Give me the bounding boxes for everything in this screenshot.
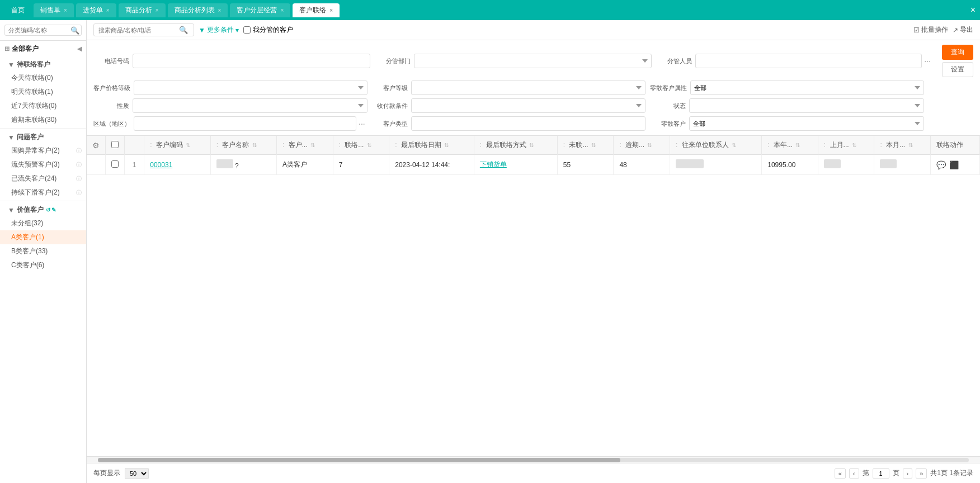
- th-last-contact-date[interactable]: : 最后联络日期 ⇅: [389, 136, 474, 155]
- all-customers-header[interactable]: ⊞ 全部客户 ◀: [0, 41, 86, 57]
- my-customers-checkbox[interactable]: [243, 26, 251, 34]
- customer-code-link[interactable]: 000031: [150, 161, 172, 169]
- th-customer-name[interactable]: : 客户名称 ⇅: [210, 136, 276, 155]
- th-not-contacted[interactable]: : 未联... ⇅: [557, 136, 614, 155]
- prev-page-button[interactable]: ‹: [849, 468, 859, 479]
- sidebar-item-b-class[interactable]: B类客户(33): [0, 244, 86, 258]
- settings-gear-icon[interactable]: ⚙: [92, 141, 100, 150]
- status-select[interactable]: [689, 98, 924, 113]
- first-page-button[interactable]: «: [835, 468, 846, 479]
- nature-wrapper[interactable]: [133, 98, 368, 113]
- close-icon[interactable]: ×: [280, 7, 284, 13]
- td-last-month: [818, 155, 874, 175]
- phone-input[interactable]: [133, 54, 370, 68]
- nav-tab-analysis-list[interactable]: 商品分析列表 ×: [168, 3, 228, 17]
- sidebar-group-pending[interactable]: ▼ 待联络客户: [0, 57, 86, 71]
- next-page-button[interactable]: ›: [903, 468, 913, 479]
- sidebar-item-declining[interactable]: 持续下滑客户(2) ⓘ: [0, 186, 86, 200]
- price-level-wrapper[interactable]: [134, 80, 368, 95]
- batch-op-button[interactable]: ☑ 批量操作: [913, 25, 948, 35]
- th-this-year[interactable]: : 本年... ⇅: [762, 136, 818, 155]
- sidebar-item-hoarding[interactable]: 囤购异常客户(2) ⓘ: [0, 144, 86, 158]
- sidebar-group-problem[interactable]: ▼ 问题客户: [0, 130, 86, 144]
- th-last-month[interactable]: : 上月... ⇅: [818, 136, 874, 155]
- close-icon[interactable]: ×: [329, 7, 333, 13]
- close-icon[interactable]: ×: [106, 7, 110, 13]
- nav-home[interactable]: 首页: [4, 3, 31, 17]
- nav-tab-customer-segment[interactable]: 客户分层经营 ×: [230, 3, 290, 17]
- dept-select[interactable]: [414, 54, 652, 68]
- filter-search-input[interactable]: [98, 27, 177, 34]
- th-checkbox[interactable]: [106, 136, 125, 155]
- row-checkbox[interactable]: [111, 160, 119, 168]
- my-customers-checkbox-area[interactable]: 我分管的客户: [243, 25, 293, 35]
- sidebar-item-churn-warning[interactable]: 流失预警客户(3) ⓘ: [0, 158, 86, 172]
- select-all-checkbox[interactable]: [111, 141, 119, 148]
- nature-select[interactable]: [133, 98, 368, 113]
- export-button[interactable]: ↗ 导出: [953, 25, 973, 35]
- setting-button[interactable]: 设置: [942, 62, 973, 77]
- nav-tab-customer-contact[interactable]: 客户联络 ×: [293, 3, 340, 17]
- scrollbar-thumb[interactable]: [98, 458, 620, 462]
- td-last-contact-method[interactable]: 下销货单: [474, 155, 557, 175]
- th-customer-type[interactable]: : 客户... ⇅: [277, 136, 333, 155]
- dept-select-wrapper[interactable]: [414, 54, 652, 68]
- th-unit-contact[interactable]: : 往来单位联系人 ⇅: [670, 136, 762, 155]
- sidebar-group-value[interactable]: ▼ 价值客户 ↺ ✎: [0, 202, 86, 216]
- retail-attr-wrapper[interactable]: 全部: [690, 80, 924, 95]
- edit-icon[interactable]: ✎: [51, 207, 56, 213]
- more-dots-icon[interactable]: ···: [922, 56, 933, 65]
- th-settings[interactable]: ⚙: [87, 136, 106, 155]
- chat-icon[interactable]: 💬: [936, 160, 946, 169]
- page-input[interactable]: [873, 468, 889, 479]
- retail-customer-wrapper[interactable]: 全部: [689, 116, 924, 131]
- td-customer-code[interactable]: 000031: [144, 155, 210, 175]
- query-button[interactable]: 查询: [942, 45, 973, 60]
- close-icon[interactable]: ×: [64, 7, 67, 13]
- sidebar-item-ungrouped[interactable]: 未分组(32): [0, 216, 86, 230]
- search-icon[interactable]: 🔍: [179, 26, 188, 34]
- more-dots-icon[interactable]: ···: [356, 119, 368, 128]
- nav-tab-purchase[interactable]: 进货单 ×: [76, 3, 116, 17]
- price-level-select[interactable]: [134, 80, 368, 95]
- search-icon[interactable]: 🔍: [70, 26, 79, 35]
- retail-customer-select[interactable]: 全部: [689, 116, 924, 131]
- table-wrapper[interactable]: ⚙ : 客户编码 ⇅ :: [87, 136, 980, 456]
- sidebar-item-tomorrow[interactable]: 明天待联络(1): [0, 85, 86, 99]
- th-overdue[interactable]: : 逾期... ⇅: [614, 136, 670, 155]
- manager-input[interactable]: [695, 54, 922, 68]
- payment-select[interactable]: [411, 98, 646, 113]
- close-all-button[interactable]: ×: [970, 5, 976, 15]
- more-conditions-button[interactable]: ▼ 更多条件 ▾: [199, 25, 239, 35]
- nav-tab-sales[interactable]: 销售单 ×: [34, 3, 74, 17]
- sidebar-item-today[interactable]: 今天待联络(0): [0, 71, 86, 85]
- customer-level-select[interactable]: [411, 80, 646, 95]
- last-page-button[interactable]: »: [916, 468, 927, 479]
- payment-wrapper[interactable]: [411, 98, 646, 113]
- per-page-select[interactable]: 50: [125, 468, 149, 479]
- sidebar-item-overdue[interactable]: 逾期未联络(30): [0, 113, 86, 127]
- sidebar-item-c-class[interactable]: C类客户(6): [0, 258, 86, 272]
- close-icon[interactable]: ×: [218, 7, 222, 13]
- collapse-icon[interactable]: ◀: [77, 45, 82, 53]
- nav-tab-analysis[interactable]: 商品分析 ×: [119, 3, 166, 17]
- th-customer-code[interactable]: : 客户编码 ⇅: [144, 136, 210, 155]
- customer-type-input[interactable]: [411, 116, 646, 131]
- contact-method-link[interactable]: 下销货单: [480, 160, 507, 168]
- close-icon[interactable]: ×: [156, 7, 159, 13]
- td-checkbox[interactable]: [106, 155, 125, 175]
- filter-search-box[interactable]: 🔍: [93, 23, 194, 36]
- region-input[interactable]: [134, 116, 356, 131]
- retail-attr-select[interactable]: 全部: [690, 80, 924, 95]
- qr-icon[interactable]: ⬛: [949, 160, 959, 169]
- th-contact-info[interactable]: : 联络... ⇅: [333, 136, 389, 155]
- horizontal-scrollbar[interactable]: [87, 456, 980, 463]
- sidebar-item-churned[interactable]: 已流失客户(24) ⓘ: [0, 172, 86, 186]
- th-this-month[interactable]: : 本月... ⇅: [874, 136, 931, 155]
- sidebar-item-a-class[interactable]: A类客户(1): [0, 230, 86, 244]
- customer-level-wrapper[interactable]: [411, 80, 646, 95]
- th-last-contact-method[interactable]: : 最后联络方式 ⇅: [474, 136, 557, 155]
- refresh-icon[interactable]: ↺: [46, 207, 50, 213]
- status-wrapper[interactable]: [689, 98, 924, 113]
- sidebar-item-7days[interactable]: 近7天待联络(0): [0, 99, 86, 113]
